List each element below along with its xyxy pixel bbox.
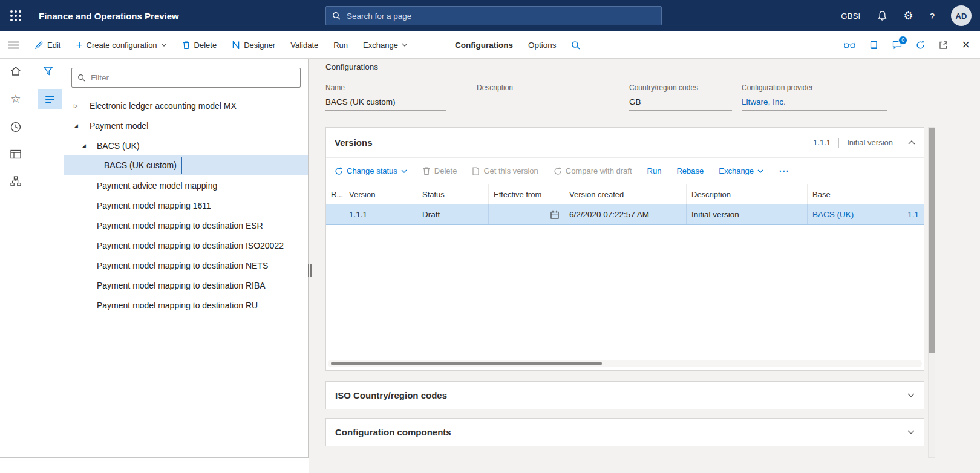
base-cell: BACS (UK) 1.1 (808, 204, 924, 224)
app-launcher-button[interactable] (0, 0, 31, 31)
chevron-down-icon (402, 43, 408, 47)
plus-icon: + (76, 39, 82, 51)
app-title: Finance and Operations Preview (39, 11, 179, 21)
company-selector[interactable]: GBSI (841, 11, 860, 21)
get-this-version-button[interactable]: Get this version (472, 166, 538, 175)
column-header[interactable]: Version (344, 184, 417, 204)
clock-icon[interactable] (10, 122, 21, 132)
vertical-scrollbar-thumb[interactable] (929, 128, 935, 353)
book-icon[interactable] (869, 41, 878, 50)
row-selector-cell[interactable] (326, 204, 344, 224)
tree-item[interactable]: ◢ BACS (UK) (64, 135, 308, 155)
workspace-icon[interactable] (10, 149, 21, 159)
compare-with-draft-button[interactable]: Compare with draft (554, 166, 632, 175)
configuration-components-section[interactable]: Configuration components (325, 418, 924, 446)
status-cell: Draft (417, 204, 489, 224)
change-status-button[interactable]: Change status (335, 166, 407, 175)
chevron-down-icon[interactable] (907, 393, 915, 397)
close-icon[interactable]: × (962, 38, 970, 51)
column-header[interactable]: Base (808, 184, 924, 204)
search-icon (332, 11, 341, 20)
tree-item-selected[interactable]: BACS (UK custom) (64, 155, 308, 175)
expand-arrow-icon[interactable]: ▷ (74, 103, 80, 109)
tree-filter-box[interactable] (71, 68, 301, 88)
effective-from-cell[interactable] (489, 204, 564, 224)
configuration-provider-link[interactable]: Litware, Inc. (742, 97, 887, 111)
hamburger-icon[interactable] (8, 41, 19, 49)
home-icon[interactable] (10, 66, 21, 76)
tree-item[interactable]: Payment model mapping to destination NET… (64, 255, 308, 275)
chevron-down-icon (757, 169, 763, 173)
tree-view-toggle-button[interactable] (38, 89, 62, 109)
tab-options[interactable]: Options (528, 41, 557, 50)
open-in-new-icon[interactable] (939, 41, 948, 50)
bell-icon[interactable] (877, 10, 887, 21)
versions-table-header: R... Version Status Effective from Versi… (326, 184, 924, 204)
description-field: Description (477, 83, 598, 108)
tree-item[interactable]: Payment advice model mapping (64, 175, 308, 195)
horizontal-scrollbar[interactable] (328, 360, 922, 367)
trash-icon (422, 166, 431, 175)
tree-item[interactable]: Payment model mapping 1611 (64, 195, 308, 215)
tab-configurations[interactable]: Configurations (455, 41, 513, 50)
column-header[interactable]: Effective from (489, 184, 564, 204)
iso-country-region-section[interactable]: ISO Country/region codes (325, 381, 924, 409)
chevron-down-icon[interactable] (907, 430, 915, 434)
trash-icon (182, 41, 191, 50)
version-row-selected[interactable]: 1.1.1 Draft 6/2/2020 07:22:57 AM Initial… (326, 204, 924, 225)
column-header[interactable]: R... (326, 184, 344, 204)
tree-item[interactable]: ◢ Payment model (64, 116, 308, 135)
avatar[interactable]: AD (951, 5, 972, 26)
message-icon[interactable]: 0 (892, 41, 902, 50)
collapse-arrow-icon[interactable]: ◢ (82, 143, 88, 149)
delete-button[interactable]: Delete (182, 41, 217, 50)
versions-header[interactable]: Versions 1.1.1 Initial version (326, 128, 924, 158)
designer-button[interactable]: Designer (232, 41, 275, 50)
tree-item[interactable]: Payment model mapping to destination ESR (64, 215, 308, 235)
tree-item[interactable]: ▷ Electronic ledger accounting model MX (64, 96, 308, 116)
versions-table-empty-area (326, 225, 924, 360)
collapse-arrow-icon[interactable]: ◢ (74, 123, 80, 129)
eyeglasses-icon[interactable] (844, 42, 855, 48)
version-run-button[interactable]: Run (647, 166, 662, 175)
action-search-icon[interactable] (571, 41, 580, 50)
base-version[interactable]: 1.1 (907, 210, 919, 219)
create-configuration-button[interactable]: + Create configuration (76, 39, 166, 51)
version-exchange-button[interactable]: Exchange (719, 166, 763, 175)
tree-item[interactable]: Payment model mapping to destination RIB… (64, 275, 308, 295)
chevron-up-icon[interactable] (908, 140, 915, 145)
edit-button[interactable]: Edit (34, 41, 60, 50)
help-icon[interactable]: ? (930, 11, 935, 21)
column-header[interactable]: Description (687, 184, 808, 204)
tree-item[interactable]: Payment model mapping to destination ISO… (64, 235, 308, 255)
gear-icon[interactable]: ⚙ (904, 10, 913, 21)
column-header[interactable]: Status (417, 184, 489, 204)
filter-funnel-icon[interactable] (43, 66, 53, 76)
tree-filter-input[interactable] (90, 73, 295, 83)
country-region-value[interactable]: GB (629, 97, 732, 111)
versions-toolbar: Change status Delete Get this version Co… (326, 158, 924, 184)
current-version-description: Initial version (847, 138, 893, 147)
rebase-button[interactable]: Rebase (676, 166, 704, 175)
tree-item[interactable]: Payment model mapping to destination RU (64, 295, 308, 315)
validate-button[interactable]: Validate (290, 41, 318, 50)
description-value[interactable] (477, 97, 598, 108)
run-button[interactable]: Run (333, 41, 348, 50)
calendar-icon[interactable] (550, 210, 559, 219)
base-configuration-link[interactable]: BACS (UK) (812, 210, 854, 219)
more-commands-button[interactable]: ⋯ (779, 165, 789, 177)
panel-splitter[interactable] (308, 264, 313, 277)
action-bar: Edit + Create configuration Delete Desig… (0, 31, 980, 59)
refresh-icon[interactable] (916, 41, 925, 50)
page-search-box[interactable] (325, 6, 662, 25)
vertical-scrollbar[interactable] (928, 127, 935, 458)
description-cell: Initial version (687, 204, 808, 224)
horizontal-scrollbar-thumb[interactable] (331, 362, 602, 365)
exchange-menu-button[interactable]: Exchange (363, 41, 408, 50)
name-value[interactable]: BACS (UK custom) (325, 97, 446, 111)
sitemap-icon[interactable] (10, 176, 21, 186)
version-delete-button[interactable]: Delete (422, 166, 457, 175)
page-search-input[interactable] (345, 11, 655, 21)
star-icon[interactable]: ☆ (10, 93, 21, 105)
column-header[interactable]: Version created (564, 184, 687, 204)
